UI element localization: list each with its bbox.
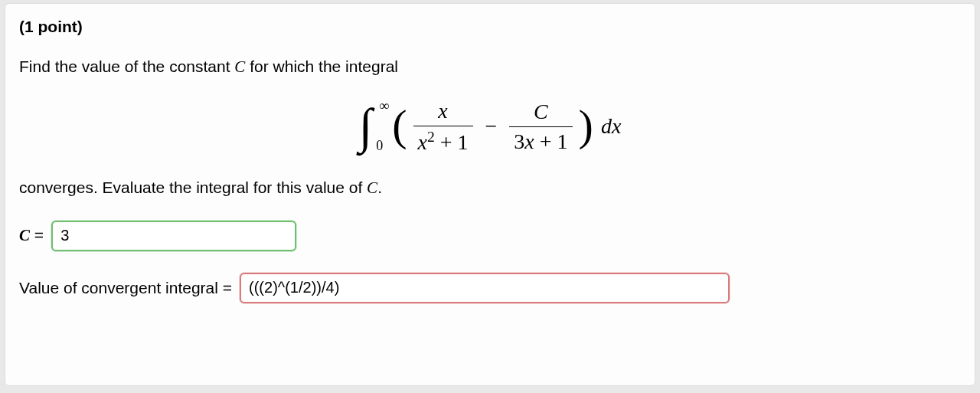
fraction-2: C 3x + 1	[509, 99, 572, 154]
answer-row-c: C =	[19, 221, 961, 251]
lead-text: Find the value of the constant C for whi…	[19, 57, 961, 77]
converges-post: .	[377, 178, 382, 196]
integral-value-label: Value of convergent integral =	[19, 279, 232, 297]
converges-pre: converges. Evaluate the integral for thi…	[19, 178, 367, 196]
lower-limit: 0	[376, 139, 383, 152]
integral-display: ∫ ∞ 0 ( x x2 + 1 − C 3x + 1 ) dx	[19, 98, 961, 156]
c-label: C =	[19, 226, 44, 245]
upper-limit: ∞	[379, 99, 389, 113]
answer-row-integral: Value of convergent integral =	[19, 273, 961, 303]
integral-symbol: ∫ ∞ 0	[359, 102, 373, 151]
lead-pre: Find the value of the constant	[19, 57, 234, 75]
frac1-den: x2 + 1	[413, 126, 473, 156]
integral-value-input[interactable]	[240, 273, 730, 303]
fraction-1: x x2 + 1	[413, 98, 473, 156]
lead-c: C	[234, 57, 245, 76]
dx: dx	[601, 114, 621, 139]
frac1-num: x	[413, 98, 473, 126]
points-label: (1 point)	[19, 18, 961, 36]
lead-post: for which the integral	[245, 57, 398, 75]
c-input[interactable]	[51, 221, 296, 251]
frac2-den: 3x + 1	[509, 126, 572, 155]
minus-sign: −	[485, 114, 498, 139]
converges-text: converges. Evaluate the integral for thi…	[19, 178, 961, 198]
converges-c: C	[367, 178, 377, 197]
frac2-num: C	[509, 99, 572, 126]
problem-panel: (1 point) Find the value of the constant…	[5, 3, 975, 386]
